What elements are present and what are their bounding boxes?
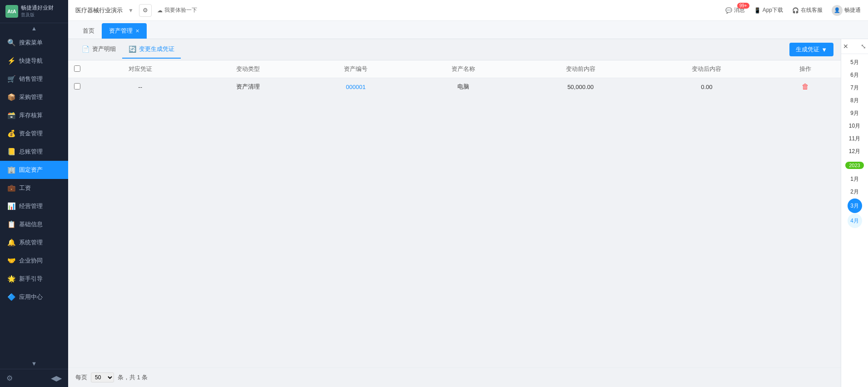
- ledger-icon: 📒: [7, 148, 15, 156]
- experience-label: 我要体验一下: [164, 6, 197, 14]
- collapse-icon[interactable]: ◀▶: [51, 374, 62, 382]
- top-header: 医疗器械行业演示 ▼ ⚙ ☁ 我要体验一下 💬 消息 99+ 📱 App下载 🎧…: [68, 0, 868, 21]
- right-panel-close-button[interactable]: ✕: [843, 43, 848, 50]
- tab-home-label: 首页: [83, 27, 94, 35]
- calendar-month-2023-4[interactable]: 4月: [848, 213, 862, 228]
- calendar-month-2023-2[interactable]: 2月: [845, 186, 864, 198]
- row-checkbox[interactable]: [74, 83, 80, 89]
- per-page-select[interactable]: 10 20 50 100: [91, 372, 114, 382]
- sidebar: AtA 畅捷通好业财 普及版 ▲ 🔍 搜索菜单 ⚡ 快捷导航 🛒 销售管理 📦 …: [0, 0, 68, 387]
- calendar-month-9[interactable]: 9月: [845, 107, 864, 119]
- header-right: 💬 消息 99+ 📱 App下载 🎧 在线客服 👤 畅捷通: [725, 5, 861, 16]
- calendar-month-12[interactable]: 12月: [845, 145, 864, 158]
- main-area: 医疗器械行业演示 ▼ ⚙ ☁ 我要体验一下 💬 消息 99+ 📱 App下载 🎧…: [68, 0, 868, 387]
- sales-icon: 🛒: [7, 75, 15, 83]
- calendar-month-5[interactable]: 5月: [845, 56, 864, 69]
- headset-icon: 🎧: [792, 7, 799, 14]
- customer-service-button[interactable]: 🎧 在线客服: [792, 6, 823, 14]
- sidebar-scroll-up[interactable]: ▲: [0, 23, 68, 34]
- sidebar-item-purchase[interactable]: 📦 采购管理: [0, 88, 68, 106]
- data-table: 对应凭证 变动类型 资产编号 资产名称 变动前内容 变动后内容 操作: [68, 60, 841, 96]
- sidebar-item-enterprise[interactable]: 🤝 企业协同: [0, 252, 68, 270]
- sidebar-item-operations[interactable]: 📊 经营管理: [0, 197, 68, 215]
- year-2023-badge[interactable]: 2023: [845, 162, 863, 169]
- sidebar-item-ledger[interactable]: 📒 总账管理: [0, 143, 68, 161]
- cloud-icon: ☁: [157, 7, 163, 14]
- sub-tabs-wrapper: 📄 资产明细 🔄 变更生成凭证 生成凭证 ▼: [68, 39, 841, 60]
- sidebar-bottom: ⚙ ◀▶: [0, 369, 68, 387]
- header-actions: 操作: [770, 60, 841, 78]
- row-checkbox-cell: [68, 78, 86, 96]
- user-menu[interactable]: 👤 畅捷通: [832, 5, 861, 16]
- enterprise-icon: 🤝: [7, 257, 15, 265]
- sidebar-item-search[interactable]: 🔍 搜索菜单: [0, 34, 68, 52]
- per-page-label: 每页: [75, 373, 87, 382]
- delete-row-button[interactable]: 🗑: [802, 83, 809, 90]
- cell-voucher: --: [86, 78, 194, 96]
- messages-button[interactable]: 💬 消息 99+: [725, 6, 745, 14]
- tab-home[interactable]: 首页: [75, 23, 102, 39]
- sidebar-item-guide[interactable]: 🌟 新手引导: [0, 270, 68, 288]
- generate-voucher-button[interactable]: 生成凭证 ▼: [789, 43, 833, 56]
- messages-badge: 99+: [737, 3, 749, 9]
- generate-btn-label: 生成凭证: [796, 45, 819, 54]
- sub-tab-asset-detail[interactable]: 📄 资产明细: [75, 40, 122, 59]
- system-icon: 🔔: [7, 238, 15, 247]
- company-dropdown-icon[interactable]: ▼: [128, 7, 134, 14]
- calendar-month-10[interactable]: 10月: [845, 120, 864, 132]
- inventory-label: 库存核算: [19, 111, 43, 119]
- calendar-section-2023: 1月 2月 3月 4月: [841, 171, 868, 230]
- sidebar-item-sales[interactable]: 🛒 销售管理: [0, 70, 68, 88]
- tab-close-icon[interactable]: ✕: [135, 28, 139, 34]
- sidebar-item-salary[interactable]: 💼 工资: [0, 179, 68, 197]
- total-label: 条，共 1 条: [118, 373, 148, 382]
- sub-tab-change-voucher[interactable]: 🔄 变更生成凭证: [122, 40, 181, 59]
- gear-icon: ⚙: [143, 7, 148, 14]
- sidebar-item-basic-info[interactable]: 📋 基础信息: [0, 215, 68, 233]
- sub-tab1-label: 资产明细: [92, 45, 116, 53]
- sidebar-item-app-center[interactable]: 🔷 应用中心: [0, 288, 68, 306]
- content-body: 📄 资产明细 🔄 变更生成凭证 生成凭证 ▼: [68, 39, 868, 387]
- sidebar-item-quick-nav[interactable]: ⚡ 快捷导航: [0, 52, 68, 70]
- purchase-label: 采购管理: [19, 93, 43, 101]
- basic-info-label: 基础信息: [19, 220, 43, 228]
- header-asset-name: 资产名称: [410, 60, 517, 78]
- sidebar-nav: 🔍 搜索菜单 ⚡ 快捷导航 🛒 销售管理 📦 采购管理 🗃️ 库存核算 💰 资金…: [0, 34, 68, 358]
- header-after-content: 变动后内容: [644, 60, 770, 78]
- sidebar-item-fixed-assets[interactable]: 🏢 固定资产: [0, 161, 68, 179]
- calendar-month-6[interactable]: 6月: [845, 69, 864, 81]
- settings-icon[interactable]: ⚙: [6, 374, 13, 382]
- sidebar-item-capital[interactable]: 💰 资金管理: [0, 124, 68, 143]
- sales-label: 销售管理: [19, 75, 43, 83]
- right-panel-header: ✕ ⤡: [841, 39, 868, 54]
- calendar-month-2023-3[interactable]: 3月: [848, 198, 862, 213]
- sidebar-item-system[interactable]: 🔔 系统管理: [0, 233, 68, 252]
- settings-button[interactable]: ⚙: [139, 4, 152, 17]
- cell-after-content: 0.00: [644, 78, 770, 96]
- app-download-button[interactable]: 📱 App下载: [754, 6, 783, 14]
- calendar-month-2023-1[interactable]: 1月: [845, 173, 864, 185]
- tab-asset-management[interactable]: 资产管理 ✕: [102, 23, 147, 39]
- sidebar-item-inventory[interactable]: 🗃️ 库存核算: [0, 106, 68, 124]
- header-before-content: 变动前内容: [517, 60, 644, 78]
- calendar-month-8[interactable]: 8月: [845, 94, 864, 107]
- experience-button[interactable]: ☁ 我要体验一下: [157, 6, 197, 14]
- purchase-icon: 📦: [7, 93, 15, 101]
- main-table-area: 📄 资产明细 🔄 变更生成凭证 生成凭证 ▼: [68, 39, 841, 387]
- right-calendar-panel: ✕ ⤡ 5月 6月 7月 8月 9月 10月 11月 12月 2023: [841, 39, 868, 387]
- table-icon: 📄: [82, 45, 89, 53]
- calendar-month-7[interactable]: 7月: [845, 82, 864, 94]
- ledger-label: 总账管理: [19, 148, 43, 156]
- select-all-checkbox[interactable]: [74, 65, 80, 72]
- change-icon: 🔄: [129, 45, 136, 53]
- system-label: 系统管理: [19, 238, 43, 247]
- user-name-label: 畅捷通: [844, 6, 861, 14]
- calendar-scroll: 5月 6月 7月 8月 9月 10月 11月 12月 2023 1月 2月: [841, 54, 868, 387]
- calendar-month-11[interactable]: 11月: [845, 133, 864, 145]
- fixed-assets-label: 固定资产: [19, 166, 43, 174]
- header-asset-code: 资产编号: [302, 60, 410, 78]
- sidebar-scroll-down[interactable]: ▼: [0, 358, 68, 369]
- calendar-section-pre2023: 5月 6月 7月 8月 9月 10月 11月 12月: [841, 54, 868, 160]
- right-panel-expand-button[interactable]: ⤡: [861, 43, 866, 50]
- header-change-type: 变动类型: [194, 60, 302, 78]
